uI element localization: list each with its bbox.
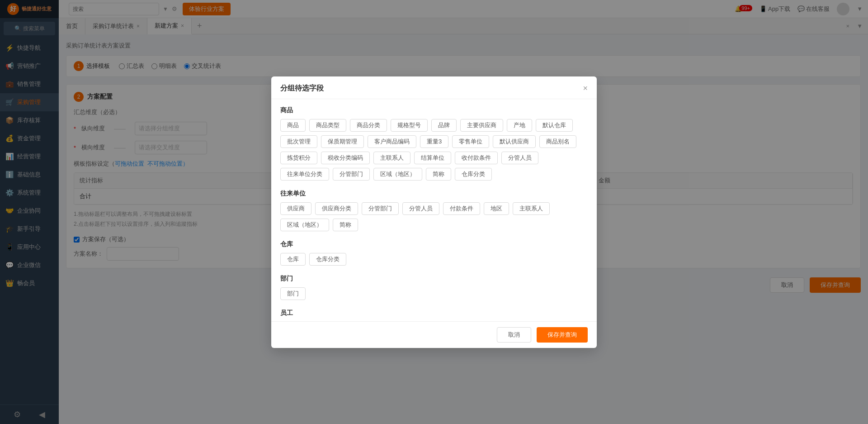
field-tag-0-24[interactable]: 简称 [426,168,451,181]
field-tag-0-25[interactable]: 仓库分类 [455,168,492,181]
field-tags-1: 供应商供应商分类分管部门分管人员付款条件地区主联系人区域（地区）简称 [280,202,588,231]
field-tag-1-0[interactable]: 供应商 [280,202,311,215]
field-tag-0-4[interactable]: 品牌 [431,119,457,132]
field-tags-0: 商品商品类型商品分类规格型号品牌主要供应商产地默认仓库批次管理保质期管理客户商品… [280,119,588,181]
field-tag-0-20[interactable]: 分管人员 [501,152,538,164]
field-tag-0-0[interactable]: 商品 [280,119,306,132]
field-tag-3-0[interactable]: 部门 [280,287,306,300]
field-tag-0-1[interactable]: 商品类型 [309,119,346,132]
field-tag-0-9[interactable]: 保质期管理 [321,135,364,148]
field-tag-0-22[interactable]: 分管部门 [333,168,370,181]
field-group-0: 商品商品商品类型商品分类规格型号品牌主要供应商产地默认仓库批次管理保质期管理客户… [280,106,588,181]
field-group-title-3: 部门 [280,275,588,283]
field-tag-2-0[interactable]: 仓库 [280,253,306,266]
field-tag-0-23[interactable]: 区域（地区） [373,168,422,181]
field-group-1: 往来单位供应商供应商分类分管部门分管人员付款条件地区主联系人区域（地区）简称 [280,190,588,231]
field-tag-0-11[interactable]: 重量3 [420,135,448,148]
field-tag-1-5[interactable]: 地区 [484,202,509,215]
field-group-title-2: 仓库 [280,240,588,248]
field-group-3: 部门部门 [280,275,588,300]
field-tag-0-17[interactable]: 主联系人 [373,152,410,164]
field-tag-0-5[interactable]: 主要供应商 [460,119,503,132]
dialog-title: 分组待选字段 [280,84,324,93]
field-tag-1-3[interactable]: 分管人员 [402,202,439,215]
field-tag-0-3[interactable]: 规格型号 [391,119,428,132]
dialog-close-btn[interactable]: × [583,84,588,92]
field-tag-0-10[interactable]: 客户商品编码 [368,135,416,148]
field-tag-1-7[interactable]: 区域（地区） [280,219,329,231]
field-tag-1-4[interactable]: 付款条件 [443,202,480,215]
field-tag-1-2[interactable]: 分管部门 [362,202,399,215]
field-tag-0-12[interactable]: 零售单位 [452,135,489,148]
field-tag-1-6[interactable]: 主联系人 [513,202,550,215]
field-tag-0-2[interactable]: 商品分类 [350,119,387,132]
field-tag-0-8[interactable]: 批次管理 [280,135,317,148]
field-tag-0-7[interactable]: 默认仓库 [536,119,573,132]
field-group-title-1: 往来单位 [280,190,588,198]
dialog-body: 商品商品商品类型商品分类规格型号品牌主要供应商产地默认仓库批次管理保质期管理客户… [271,99,597,300]
field-group-2: 仓库仓库仓库分类 [280,240,588,266]
field-tag-0-21[interactable]: 往来单位分类 [280,168,329,181]
field-tag-0-16[interactable]: 税收分类编码 [321,152,370,164]
field-tag-0-14[interactable]: 商品别名 [539,135,576,148]
field-tag-2-1[interactable]: 仓库分类 [309,253,346,266]
field-group-title-0: 商品 [280,106,588,114]
field-selection-dialog: 分组待选字段 × 商品商品商品类型商品分类规格型号品牌主要供应商产地默认仓库批次… [271,76,597,300]
field-tag-1-1[interactable]: 供应商分类 [315,202,358,215]
field-tag-0-18[interactable]: 结算单位 [414,152,451,164]
dialog-header: 分组待选字段 × [271,76,597,99]
field-tag-0-13[interactable]: 默认供应商 [493,135,536,148]
field-tags-2: 仓库仓库分类 [280,253,588,266]
field-tag-0-19[interactable]: 收付款条件 [455,152,498,164]
field-tag-0-6[interactable]: 产地 [507,119,532,132]
dialog-overlay: 分组待选字段 × 商品商品商品类型商品分类规格型号品牌主要供应商产地默认仓库批次… [0,0,868,300]
field-tag-0-15[interactable]: 拣货积分 [280,152,317,164]
field-tag-1-8[interactable]: 简称 [333,219,358,231]
field-tags-3: 部门 [280,287,588,300]
